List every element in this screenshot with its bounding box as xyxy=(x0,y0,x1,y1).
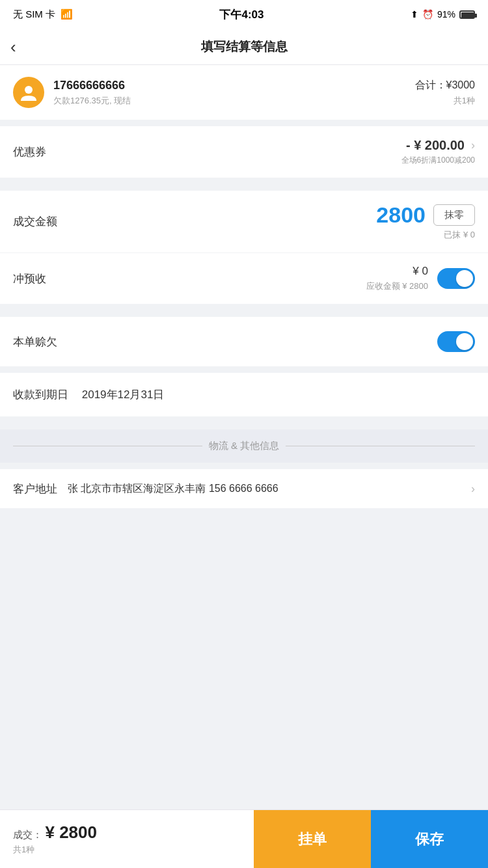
logistics-line-left xyxy=(13,446,202,446)
coupon-label: 优惠券 xyxy=(13,144,46,159)
location-icon: ⬆ xyxy=(411,9,418,20)
logistics-divider: 物流 & 其他信息 xyxy=(0,429,488,463)
date-row: 收款到期日 2019年12月31日 xyxy=(0,373,488,416)
customer-total: 合计：¥3000 xyxy=(415,79,476,92)
chong-sub: 应收金额 ¥ 2800 xyxy=(366,280,428,292)
due-date-label: 收款到期日 xyxy=(13,388,68,401)
debt-section: 本单赊欠 xyxy=(0,317,488,366)
bottom-label-wrap: 成交： ¥ 2800 xyxy=(13,822,241,843)
status-left: 无 SIM 卡 📶 xyxy=(13,8,73,21)
address-row[interactable]: 客户地址 张 北京市市辖区海淀区永丰南 156 6666 6666 › xyxy=(0,469,488,508)
back-button[interactable]: ‹ xyxy=(10,38,16,55)
deal-row-right: 2800 抹零 xyxy=(376,202,475,228)
alarm-icon: ⏰ xyxy=(422,9,433,20)
deal-amount: 2800 xyxy=(376,202,426,228)
status-time: 下午4:03 xyxy=(219,7,264,22)
chong-label: 冲预收 xyxy=(13,271,46,286)
chong-row: 冲预收 ¥ 0 应收金额 ¥ 2800 xyxy=(0,253,488,304)
coupon-desc: 全场6折满1000减200 xyxy=(401,155,475,166)
coupon-right-wrap: - ¥ 200.00 › 全场6折满1000减200 xyxy=(401,138,475,166)
address-chevron-icon: › xyxy=(471,482,475,496)
debt-toggle[interactable] xyxy=(437,331,475,352)
customer-info: 17666666666 欠款1276.35元, 现结 xyxy=(53,79,131,107)
nav-bar: ‹ 填写结算等信息 xyxy=(0,29,488,65)
deal-label: 成交金额 xyxy=(13,214,57,229)
status-right: ⬆ ⏰ 91% xyxy=(411,9,475,20)
bottom-label: 成交： xyxy=(13,829,42,840)
customer-note: 欠款1276.35元, 现结 xyxy=(53,95,131,107)
user-icon xyxy=(19,83,38,102)
svg-point-0 xyxy=(25,86,33,94)
wifi-icon: 📶 xyxy=(61,8,73,20)
save-button[interactable]: 保存 xyxy=(371,810,488,869)
date-section: 收款到期日 2019年12月31日 xyxy=(0,373,488,416)
section-gap-2 xyxy=(0,310,488,317)
section-gap-1 xyxy=(0,184,488,191)
chong-right: ¥ 0 应收金额 ¥ 2800 xyxy=(366,265,475,292)
deal-row: 成交金额 2800 抹零 已抹 ¥ 0 xyxy=(0,191,488,253)
bottom-summary: 成交： ¥ 2800 共1种 xyxy=(0,822,254,856)
coupon-right: - ¥ 200.00 › xyxy=(406,138,475,153)
coupon-discount: - ¥ 200.00 xyxy=(406,138,465,153)
deal-section: 成交金额 2800 抹零 已抹 ¥ 0 冲预收 ¥ 0 应收金额 ¥ 2800 xyxy=(0,191,488,304)
deal-sub: 已抹 ¥ 0 xyxy=(444,229,475,241)
avatar xyxy=(13,77,44,108)
chong-toggle[interactable] xyxy=(437,268,475,289)
main-content: 17666666666 欠款1276.35元, 现结 合计：¥3000 共1种 … xyxy=(0,65,488,593)
customer-left: 17666666666 欠款1276.35元, 现结 xyxy=(13,77,131,108)
battery-percent: 91% xyxy=(437,9,455,20)
deal-right: 2800 抹零 已抹 ¥ 0 xyxy=(376,202,475,241)
battery-icon xyxy=(459,10,475,19)
round-zero-button[interactable]: 抹零 xyxy=(433,204,475,226)
debt-label: 本单赊欠 xyxy=(13,334,57,349)
chong-amount-wrap: ¥ 0 应收金额 ¥ 2800 xyxy=(366,265,428,292)
chevron-right-icon: › xyxy=(471,139,475,152)
address-label: 客户地址 xyxy=(13,481,57,496)
logistics-text: 物流 & 其他信息 xyxy=(209,440,279,452)
bottom-bar: 成交： ¥ 2800 共1种 挂单 保存 xyxy=(0,809,488,868)
coupon-row[interactable]: 优惠券 - ¥ 200.00 › 全场6折满1000减200 xyxy=(0,126,488,178)
due-date-value: 2019年12月31日 xyxy=(82,388,165,401)
page-title: 填写结算等信息 xyxy=(201,38,288,55)
address-value: 张 北京市市辖区海淀区永丰南 156 6666 6666 xyxy=(68,481,468,496)
bottom-amount: ¥ 2800 xyxy=(45,822,97,842)
customer-count: 共1种 xyxy=(415,95,476,107)
customer-right: 合计：¥3000 共1种 xyxy=(415,79,476,107)
bottom-count: 共1种 xyxy=(13,844,241,856)
section-gap-3 xyxy=(0,423,488,429)
debt-row: 本单赊欠 xyxy=(0,317,488,366)
customer-card: 17666666666 欠款1276.35元, 现结 合计：¥3000 共1种 xyxy=(0,65,488,120)
logistics-line-right xyxy=(286,446,475,446)
address-section: 客户地址 张 北京市市辖区海淀区永丰南 156 6666 6666 › xyxy=(0,469,488,508)
chong-amount: ¥ 0 xyxy=(413,265,428,278)
status-bar: 无 SIM 卡 📶 下午4:03 ⬆ ⏰ 91% xyxy=(0,0,488,29)
hang-button[interactable]: 挂单 xyxy=(254,810,371,869)
sim-label: 无 SIM 卡 xyxy=(13,8,55,21)
customer-phone: 17666666666 xyxy=(53,79,131,92)
bottom-spacer xyxy=(0,515,488,528)
